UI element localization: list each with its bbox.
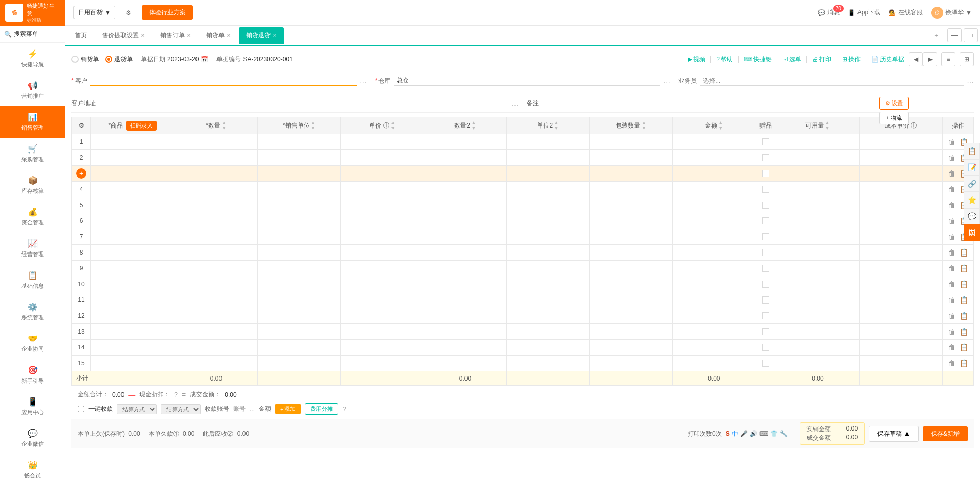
row-pkg-4[interactable] (590, 182, 673, 197)
unit-input-9[interactable] (262, 265, 336, 272)
customer-select-btn[interactable]: … (360, 77, 367, 85)
gift-cb-10[interactable] (762, 281, 769, 288)
price-input-10[interactable] (345, 281, 420, 288)
row-amount-15[interactable] (673, 356, 755, 371)
row-copy-11[interactable]: 📋 (959, 295, 969, 305)
row-delete-13[interactable]: 🗑 (947, 326, 957, 337)
row-product-5[interactable] (91, 197, 175, 213)
sidebar-item-member[interactable]: 👑 畅会员 (0, 454, 65, 478)
qty-input-13[interactable] (179, 328, 253, 335)
message-btn[interactable]: 💬 消息 70 (818, 8, 840, 17)
available-input-13[interactable] (780, 328, 854, 335)
row-pkg-9[interactable] (590, 261, 673, 276)
row-cost-price-1[interactable] (859, 134, 942, 150)
cost-price-input-4[interactable] (864, 186, 938, 193)
row-cost-price-13[interactable] (859, 324, 942, 340)
row-unit-10[interactable] (258, 276, 341, 292)
row-delete-3[interactable]: 🗑 (947, 168, 957, 179)
row-qty2-8[interactable] (424, 245, 506, 261)
sale-radio[interactable]: 销货单 (71, 55, 99, 64)
row-price-13[interactable] (341, 324, 424, 340)
row-price-15[interactable] (341, 356, 424, 371)
available-input-15[interactable] (780, 360, 854, 367)
gift-cb-7[interactable] (762, 233, 769, 240)
row-available-13[interactable] (776, 324, 859, 340)
row-delete-7[interactable]: 🗑 (947, 232, 957, 242)
row-cost-price-8[interactable] (859, 245, 942, 261)
row-qty-15[interactable] (175, 356, 257, 371)
row-unit-14[interactable] (258, 340, 341, 356)
price-input-12[interactable] (345, 312, 420, 319)
qty-input-10[interactable] (179, 281, 253, 288)
pkg-input-15[interactable] (594, 360, 668, 367)
row-qty2-3[interactable] (424, 166, 506, 182)
unit2-input-9[interactable] (511, 265, 585, 272)
row-cost-price-9[interactable] (859, 261, 942, 276)
product-input-6[interactable] (95, 217, 170, 224)
row-available-2[interactable] (776, 150, 859, 166)
row-product-2[interactable] (91, 150, 175, 166)
row-amount-5[interactable] (673, 197, 755, 213)
row-cost-price-12[interactable] (859, 308, 942, 324)
row-copy-13[interactable]: 📋 (959, 326, 969, 337)
pkg-input-13[interactable] (594, 328, 668, 335)
price-input-3[interactable] (345, 170, 420, 177)
unit2-input-6[interactable] (511, 217, 585, 224)
add-payment-btn[interactable]: + 添加 (275, 404, 301, 414)
gift-cb-9[interactable] (762, 265, 769, 272)
row-pkg-11[interactable] (590, 292, 673, 308)
sidebar-item-finance[interactable]: 💰 资金管理 (0, 201, 65, 233)
product-input-10[interactable] (95, 281, 170, 288)
amount-input-5[interactable] (677, 202, 751, 209)
row-gift-15[interactable] (755, 356, 776, 371)
gift-cb-8[interactable] (762, 249, 769, 256)
minimize-btn[interactable]: — (947, 28, 962, 42)
tab-close-sales-order[interactable]: ✕ (187, 33, 191, 38)
list-view-btn[interactable]: ≡ (941, 52, 955, 66)
sidebar-item-collab[interactable]: 🤝 企业协同 (0, 328, 65, 359)
price-input-11[interactable] (345, 296, 420, 304)
row-amount-4[interactable] (673, 182, 755, 197)
cost-price-input-14[interactable] (864, 344, 938, 351)
tab-close-price-settings[interactable]: ✕ (141, 33, 145, 38)
row-product-15[interactable] (91, 356, 175, 371)
right-float-image[interactable]: 🖼 (964, 224, 980, 241)
sidebar-item-inventory[interactable]: 📦 库存核算 (0, 169, 65, 201)
tab-close-sales-bill[interactable]: ✕ (227, 33, 231, 38)
row-copy-8[interactable]: 📋 (959, 247, 969, 258)
account-dots[interactable]: ... (250, 406, 255, 413)
right-float-notes[interactable]: 📋 (964, 143, 980, 159)
row-delete-15[interactable]: 🗑 (947, 358, 957, 368)
row-qty-4[interactable] (175, 182, 257, 197)
row-gift-11[interactable] (755, 292, 776, 308)
row-amount-12[interactable] (673, 308, 755, 324)
row-gift-10[interactable] (755, 276, 776, 292)
tab-sales-order[interactable]: 销售订单 ✕ (153, 27, 198, 44)
row-available-4[interactable] (776, 182, 859, 197)
row-qty2-4[interactable] (424, 182, 506, 197)
col-settings[interactable]: ⚙ (72, 117, 91, 134)
qty2-input-2[interactable] (428, 154, 502, 161)
prev-btn[interactable]: ◀ (909, 52, 923, 66)
history-btn[interactable]: 📄 历史单据 (871, 55, 904, 64)
row-pkg-7[interactable] (590, 229, 673, 245)
remark-input[interactable] (542, 98, 974, 108)
row-qty-12[interactable] (175, 308, 257, 324)
unit-input-12[interactable] (262, 312, 336, 319)
row-gift-14[interactable] (755, 340, 776, 356)
tab-sales-return[interactable]: 销货退货 ✕ (239, 27, 284, 44)
qty-input-15[interactable] (179, 360, 253, 367)
row-available-14[interactable] (776, 340, 859, 356)
unit-input-7[interactable] (262, 233, 336, 240)
row-price-7[interactable] (341, 229, 424, 245)
sidebar-item-quick-nav[interactable]: ⚡ 快捷导航 (0, 43, 65, 74)
unit2-input-8[interactable] (511, 249, 585, 256)
staff-select-btn[interactable]: … (967, 77, 974, 85)
gift-cb-5[interactable] (762, 202, 769, 209)
row-amount-9[interactable] (673, 261, 755, 276)
row-amount-2[interactable] (673, 150, 755, 166)
row-unit-3[interactable] (258, 166, 341, 182)
product-input-9[interactable] (95, 265, 170, 272)
row-cost-price-11[interactable] (859, 292, 942, 308)
tab-home[interactable]: 首页 (67, 27, 94, 44)
